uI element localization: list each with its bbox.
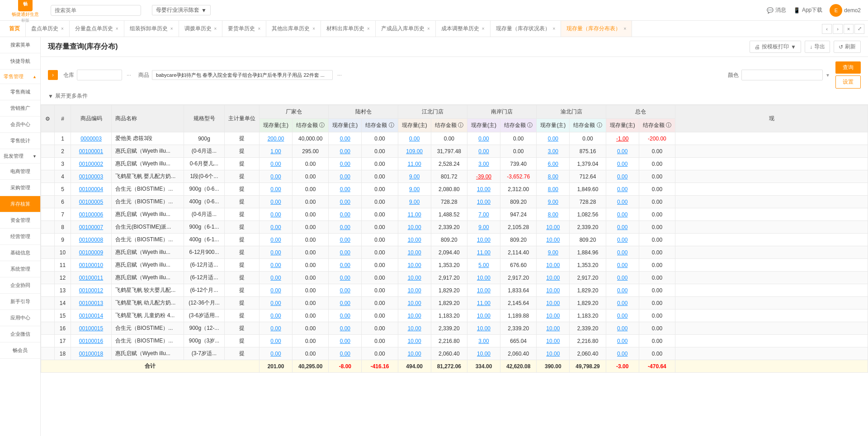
app-download-btn[interactable]: 📱 App下载 [793,6,822,14]
row-code[interactable]: 00100008 [71,234,112,246]
row-nanan-qty[interactable]: 5.00 [467,259,500,272]
row-changjiancang-qty[interactable]: 0.00 [259,158,292,170]
row-code[interactable]: 00100009 [71,246,112,259]
sidebar-item-operation[interactable]: 经营管理 [0,229,40,245]
row-jiangbei-qty[interactable]: 10.00 [398,309,431,322]
row-nanan-qty[interactable]: 9.00 [467,221,500,234]
row-jiangbei-qty[interactable]: 10.00 [398,284,431,297]
row-nanan-qty[interactable]: 3.00 [467,335,500,347]
row-code[interactable]: 00100001 [71,145,112,158]
filter-expand[interactable]: ▼ 展开更多条件 [48,92,861,100]
message-btn[interactable]: 💬 消息 [767,6,786,14]
sidebar-item-system[interactable]: 系统管理 [0,261,40,277]
color-dropdown-arrow[interactable]: ▼ [826,73,830,78]
tab-fenpandian[interactable]: 分量盘点单历史 × [70,21,124,37]
sidebar-item-basic[interactable]: 基础信息 [0,245,40,261]
row-yubei-qty[interactable]: 10.00 [537,347,570,360]
row-nanan-qty[interactable]: 0.00 [467,145,500,158]
row-jiangbei-qty[interactable]: 10.00 [398,335,431,347]
row-zongcang-qty[interactable]: 0.00 [606,145,639,158]
row-lucuncang-qty[interactable]: 0.00 [329,309,362,322]
row-code[interactable]: 00100014 [71,309,112,322]
row-changjiancang-qty[interactable]: 0.00 [259,259,292,272]
sidebar-item-ecommerce[interactable]: 电商管理 [0,164,40,180]
nav-expand[interactable]: ⤢ [854,24,864,34]
row-changjiancang-qty[interactable]: 0.00 [259,196,292,208]
row-yubei-qty[interactable]: 8.00 [537,183,570,196]
row-code[interactable]: 00100016 [71,335,112,347]
refresh-btn[interactable]: ↺ 刷新 [834,41,861,53]
row-yubei-qty[interactable]: 10.00 [537,234,570,246]
row-zongcang-qty[interactable]: 0.00 [606,322,639,335]
tab-qtck-close[interactable]: × [312,26,315,31]
tab-yaohuo-close[interactable]: × [258,26,260,31]
row-yubei-qty[interactable]: 10.00 [537,284,570,297]
sidebar-item-finance[interactable]: 资金管理 [0,212,40,229]
row-nanan-qty[interactable]: 0.00 [467,132,500,145]
row-code[interactable]: 00100004 [71,183,112,196]
row-lucuncang-qty[interactable]: 0.00 [329,246,362,259]
row-nanan-qty[interactable]: 10.00 [467,272,500,284]
sidebar-item-wechat[interactable]: 企业微信 [0,326,40,342]
row-lucuncang-qty[interactable]: 0.00 [329,322,362,335]
row-lucuncang-qty[interactable]: 0.00 [329,132,362,145]
row-jiangbei-qty[interactable]: 10.00 [398,322,431,335]
tab-home[interactable]: 首页 [4,21,26,37]
nav-left-arrow[interactable]: ‹ [822,24,832,34]
row-code[interactable]: 00100005 [71,196,112,208]
row-yubei-qty[interactable]: 10.00 [537,297,570,309]
nav-selector[interactable]: 母婴行业演示陈套 ▼ [152,5,211,15]
sidebar-item-retailstat[interactable]: 零售统计 [0,133,40,149]
tab-diaobodanls-close[interactable]: × [214,26,217,31]
sidebar-item-enterprise[interactable]: 企业协同 [0,277,40,294]
row-zongcang-qty[interactable]: 0.00 [606,234,639,246]
row-changjiancang-qty[interactable]: 0.00 [259,170,292,183]
row-zongcang-qty[interactable]: 0.00 [606,170,639,183]
row-changjiancang-qty[interactable]: 0.00 [259,347,292,360]
row-lucuncang-qty[interactable]: 0.00 [329,145,362,158]
row-nanan-qty[interactable]: 10.00 [467,309,500,322]
row-jiangbei-qty[interactable]: 10.00 [398,272,431,284]
tab-kucun-fen-close[interactable]: × [623,26,626,31]
tab-pandian[interactable]: 盘点单历史 × [26,21,70,37]
row-changjiancang-qty[interactable]: 0.00 [259,322,292,335]
row-changjiancang-qty[interactable]: 0.00 [259,208,292,221]
row-lucuncang-qty[interactable]: 0.00 [329,183,362,196]
row-zongcang-qty[interactable]: 0.00 [606,196,639,208]
row-zongcang-qty[interactable]: -1.00 [606,132,639,145]
sidebar-item-quick[interactable]: 快捷导航 [0,53,40,70]
row-changjiancang-qty[interactable]: 0.00 [259,234,292,246]
sidebar-section-wholesale[interactable]: 批发管理 ▼ [0,149,40,164]
tab-zuzhangchaijian[interactable]: 组装拆卸单历史 × [124,21,179,37]
row-lucuncang-qty[interactable]: 0.00 [329,234,362,246]
row-changjiancang-qty[interactable]: 0.00 [259,297,292,309]
tab-yaohuo[interactable]: 要货单历史 × [222,21,266,37]
row-changjiancang-qty[interactable]: 0.00 [259,309,292,322]
search-input[interactable] [51,5,141,16]
goods-input[interactable] [152,70,333,80]
sidebar-item-appcenter[interactable]: 应用中心 [0,310,40,326]
tab-chengpin[interactable]: 产成品入库单历史 × [376,21,436,37]
row-zongcang-qty[interactable]: 0.00 [606,208,639,221]
nav-close-all[interactable]: × [844,24,854,34]
row-lucuncang-qty[interactable]: 0.00 [329,272,362,284]
sidebar-item-inventory[interactable]: 库存核算 [0,196,40,212]
row-nanan-qty[interactable]: -39.00 [467,170,500,183]
row-yubei-qty[interactable]: 10.00 [537,272,570,284]
row-jiangbei-qty[interactable]: 10.00 [398,234,431,246]
row-lucuncang-qty[interactable]: 0.00 [329,347,362,360]
tab-kucun-zhuang[interactable]: 现存量（库存状况表） × [491,21,561,37]
row-changjiancang-qty[interactable]: 0.00 [259,335,292,347]
row-lucuncang-qty[interactable]: 0.00 [329,335,362,347]
row-lucuncang-qty[interactable]: 0.00 [329,259,362,272]
row-zongcang-qty[interactable]: 0.00 [606,309,639,322]
row-changjiancang-qty[interactable]: 0.00 [259,272,292,284]
row-code[interactable]: 00100010 [71,259,112,272]
row-jiangbei-qty[interactable]: 10.00 [398,259,431,272]
color-input[interactable] [741,70,823,80]
row-zongcang-qty[interactable]: 0.00 [606,335,639,347]
tab-chenben[interactable]: 成本调整单历史 × [436,21,491,37]
row-yubei-qty[interactable]: 8.00 [537,208,570,221]
row-changjiancang-qty[interactable]: 0.00 [259,284,292,297]
tab-chenben-close[interactable]: × [482,26,485,31]
